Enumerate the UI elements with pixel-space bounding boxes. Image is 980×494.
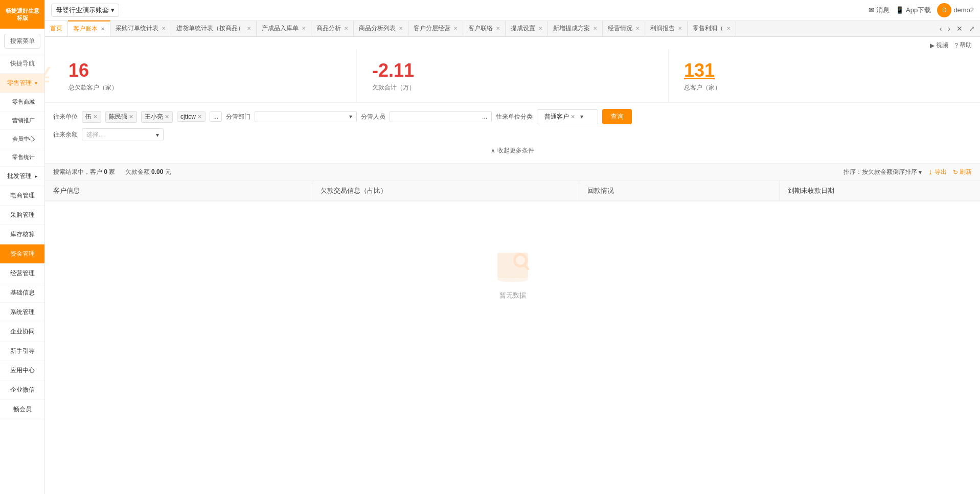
tab-close-new-improve[interactable]: ✕	[593, 26, 597, 31]
tab-new-improve[interactable]: 新增提成方案 ✕	[548, 21, 603, 36]
tab-close-retail-profit[interactable]: ✕	[726, 26, 731, 31]
filter-row-1: 往来单位 伍 ✕ 陈民强 ✕ 王小亮 ✕ cjttcw ✕ ...	[53, 109, 972, 124]
tag-close-wu[interactable]: ✕	[93, 114, 98, 120]
filter-person-select[interactable]: ...	[390, 111, 492, 122]
sidebar-item-marketing[interactable]: 营销推广	[0, 111, 44, 130]
tab-close-product-analysis[interactable]: ✕	[344, 26, 348, 31]
sidebar-item-ecommerce[interactable]: 电商管理	[0, 186, 44, 206]
sidebar-item-wholesale[interactable]: 批发管理 ▸	[0, 167, 44, 186]
tab-product-analysis[interactable]: 商品分析 ✕	[311, 21, 354, 36]
sidebar-item-retail-mall[interactable]: 零售商城	[0, 93, 44, 111]
empty-text: 暂无数据	[499, 291, 526, 300]
tab-close-inbound[interactable]: ✕	[247, 26, 251, 31]
sidebar-item-enterprise-wechat[interactable]: 企业微信	[0, 380, 44, 400]
refresh-button[interactable]: ↻ 刷新	[953, 168, 972, 176]
table-container: 客户信息 欠款交易信息（占比） 回款情况 到期未收款日期 暂无数据	[45, 181, 980, 341]
sidebar-item-system[interactable]: 系统管理	[0, 303, 44, 322]
result-actions: 排序：按欠款金额倒序排序 ▾ ⤓ 导出 ↻ 刷新	[844, 168, 972, 176]
tag-close-cjttcw[interactable]: ✕	[197, 114, 202, 120]
phone-icon: 📱	[896, 6, 904, 14]
filter-tag-wu[interactable]: 伍 ✕	[82, 111, 101, 123]
topbar: 母婴行业演示账套 ▾ ✉ 消息 📱 App下载 D demo2	[45, 0, 980, 20]
filter-tag-normal-customer[interactable]: 普通客户 ✕	[541, 111, 578, 122]
tab-close-all[interactable]: ✕	[954, 24, 965, 34]
sidebar-item-retail-stat[interactable]: 零售统计	[0, 148, 44, 167]
sidebar-item-finance[interactable]: 资金管理	[0, 244, 44, 264]
search-menu-button[interactable]: 搜索菜单	[4, 34, 40, 49]
help-button[interactable]: ? 帮助	[954, 41, 972, 50]
tab-close-improve-settings[interactable]: ✕	[538, 26, 542, 31]
tab-improve-settings[interactable]: 提成设置 ✕	[506, 21, 548, 36]
tag-close-chen[interactable]: ✕	[129, 114, 133, 120]
tab-close-profit-report[interactable]: ✕	[678, 26, 682, 31]
tab-customer-tier[interactable]: 客户分层经营 ✕	[408, 21, 463, 36]
filter-label-unit-type: 往来单位分类	[496, 113, 533, 121]
filter-label-person: 分管人员	[361, 113, 385, 121]
stat-value-amount: -2.11	[372, 60, 415, 81]
filter-unit-type-select[interactable]: 普通客户 ✕ ▾	[537, 109, 598, 124]
tab-retail-profit[interactable]: 零售利润（ ✕	[688, 21, 736, 36]
sort-select[interactable]: 排序：按欠款金额倒序排序 ▾	[844, 168, 922, 176]
stats-section: ▶ 视频 ? 帮助 ¥ 16 总欠款客户（家）	[45, 37, 980, 103]
tab-close-product-inbound[interactable]: ✕	[302, 26, 306, 31]
tab-close-customer-tier[interactable]: ✕	[453, 26, 458, 31]
stat-card-customers: ¥ 16 总欠款客户（家）	[45, 50, 357, 102]
tab-customer-contact[interactable]: 客户联络 ✕	[463, 21, 506, 36]
video-button[interactable]: ▶ 视频	[930, 41, 948, 50]
filter-more-btn[interactable]: ...	[210, 111, 222, 122]
topbar-right: ✉ 消息 📱 App下载 D demo2	[869, 3, 974, 17]
avatar: D	[937, 3, 951, 17]
sidebar-item-purchase[interactable]: 采购管理	[0, 206, 44, 225]
tab-profit-report[interactable]: 利润报告 ✕	[645, 21, 688, 36]
tab-customer-account[interactable]: 客户账本 ✕	[68, 20, 110, 36]
tab-close-purchase-order[interactable]: ✕	[162, 26, 166, 31]
collapse-icon: ∧	[491, 147, 495, 154]
sidebar-item-enterprise[interactable]: 企业协同	[0, 322, 44, 342]
sidebar-item-retail[interactable]: 零售管理 ▾	[0, 74, 44, 93]
store-selector[interactable]: 母婴行业演示账套 ▾	[51, 4, 119, 17]
tab-purchase-order-stat[interactable]: 采购订单统计表 ✕	[110, 21, 171, 36]
stat-label-total-customers: 总客户（家）	[684, 83, 721, 92]
tab-close-customer-account[interactable]: ✕	[101, 26, 105, 32]
tab-home[interactable]: 首页	[45, 21, 68, 36]
filter-balance-select[interactable]: 选择... ▾	[82, 128, 164, 141]
filter-area: 往来单位 伍 ✕ 陈民强 ✕ 王小亮 ✕ cjttcw ✕ ...	[45, 103, 980, 164]
app-download-button[interactable]: 📱 App下载	[896, 6, 931, 15]
stats-row: ¥ 16 总欠款客户（家） -2.11 欠款合计（万）	[45, 50, 980, 103]
th-debt-info: 欠款交易信息（占比）	[312, 181, 580, 200]
stat-value-total-customers: 131	[684, 60, 721, 81]
tab-close-product-analysis-list[interactable]: ✕	[399, 26, 403, 31]
tab-close-operation-status[interactable]: ✕	[635, 26, 640, 31]
filter-collapse-btn[interactable]: ∧ 收起更多条件	[489, 144, 536, 157]
tag-close-normal-customer[interactable]: ✕	[571, 114, 575, 120]
export-button[interactable]: ⤓ 导出	[928, 168, 947, 176]
tab-product-inbound[interactable]: 产成品入库单 ✕	[257, 21, 311, 36]
filter-tag-wang[interactable]: 王小亮 ✕	[141, 111, 173, 123]
sidebar: 畅捷通好生意 标版 搜索菜单 快捷导航 零售管理 ▾ 零售商城 营销推广 会员中…	[0, 0, 45, 494]
refresh-icon: ↻	[953, 169, 958, 176]
tab-inbound-stat[interactable]: 进货单统计表（按商品） ✕	[171, 21, 257, 36]
sidebar-item-new-guide[interactable]: 新手引导	[0, 342, 44, 361]
sidebar-item-inventory[interactable]: 库存核算	[0, 225, 44, 244]
sidebar-item-quick-nav[interactable]: 快捷导航	[0, 54, 44, 74]
sidebar-item-operation[interactable]: 经营管理	[0, 264, 44, 283]
tab-close-customer-contact[interactable]: ✕	[496, 26, 500, 31]
sidebar-item-vip[interactable]: 畅会员	[0, 400, 44, 419]
th-customer-info: 客户信息	[45, 181, 312, 200]
tab-operation-status[interactable]: 经营情况 ✕	[603, 21, 645, 36]
tab-scroll-right[interactable]: ›	[946, 24, 952, 34]
sidebar-item-basic-info[interactable]: 基础信息	[0, 283, 44, 303]
filter-dept-select[interactable]: ▾	[255, 111, 357, 122]
tab-scroll-left[interactable]: ‹	[938, 24, 944, 34]
filter-tag-cjttcw[interactable]: cjttcw ✕	[177, 111, 206, 122]
tab-fullscreen[interactable]: ⤢	[967, 24, 977, 34]
tab-product-analysis-list[interactable]: 商品分析列表 ✕	[354, 21, 408, 36]
tag-close-wang[interactable]: ✕	[165, 114, 169, 120]
sidebar-item-app-center[interactable]: 应用中心	[0, 361, 44, 380]
search-button[interactable]: 查询	[602, 109, 632, 124]
user-profile[interactable]: D demo2	[937, 3, 974, 17]
store-dropdown-arrow: ▾	[111, 6, 115, 14]
sidebar-item-member[interactable]: 会员中心	[0, 130, 44, 148]
message-button[interactable]: ✉ 消息	[869, 6, 890, 15]
filter-tag-chen[interactable]: 陈民强 ✕	[105, 111, 137, 123]
